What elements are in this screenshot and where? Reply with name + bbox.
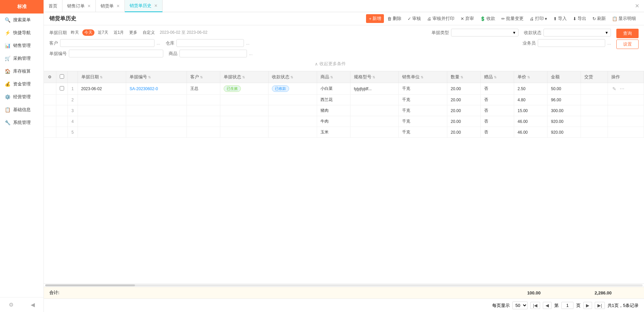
filter-settings-button[interactable]: 设置: [616, 40, 639, 49]
sidebar-settings-btn[interactable]: ⚙: [6, 300, 16, 309]
row2-checkbox[interactable]: [56, 95, 67, 105]
page-number-input[interactable]: 1: [561, 302, 573, 309]
main-content: 首页 销售订单 ✕ 销货单 ✕ 销货单历史 ✕ ✕ 销货单历史 + 新增 🗑 删…: [44, 0, 644, 312]
per-page-select[interactable]: 50: [512, 302, 528, 309]
warehouse-input[interactable]: [176, 39, 244, 47]
row1-edit-btn[interactable]: ✎: [611, 86, 617, 92]
audit-print-button[interactable]: 🖨 审核并打印: [424, 14, 457, 23]
col-unit-price[interactable]: 单价⇅: [514, 71, 548, 83]
doc-number-input[interactable]: [69, 50, 163, 57]
delete-button[interactable]: 🗑 删除: [385, 14, 404, 23]
salesperson-picker-btn[interactable]: ...: [607, 41, 611, 46]
sidebar-item-sales-mgmt[interactable]: 📊 销售管理: [0, 39, 44, 52]
payment-status-select[interactable]: ▾: [543, 29, 611, 36]
row1-checkbox[interactable]: [56, 83, 67, 95]
print-button[interactable]: 🖨 打印 ▾: [527, 14, 550, 23]
sidebar-item-label: 库存核算: [13, 68, 31, 74]
sidebar-item-finance-mgmt[interactable]: 💰 资金管理: [0, 78, 44, 90]
sidebar-collapse-btn[interactable]: ◀: [28, 300, 37, 309]
row2-gear: [44, 95, 56, 105]
collect-button[interactable]: 💲 收款: [477, 14, 498, 23]
row4-customer: [187, 116, 220, 127]
sidebar-item-operations-mgmt[interactable]: ⚙️ 经营管理: [0, 90, 44, 103]
tab-sales-history[interactable]: 销货单历史 ✕: [125, 0, 163, 12]
col-customer[interactable]: 客户⇅: [187, 71, 220, 83]
sidebar-item-inventory[interactable]: 🏠 库存核算: [0, 65, 44, 78]
row1-doc-number[interactable]: SA-20230602-0: [126, 83, 187, 95]
date-tag-1month[interactable]: 近1月: [112, 29, 126, 36]
customer-label: 客户: [49, 40, 58, 46]
tab-sales-order-close[interactable]: ✕: [87, 4, 91, 8]
doc-type-select[interactable]: ▾: [451, 29, 519, 36]
date-range-display: 2023-06-02 至 2023-06-02: [160, 30, 207, 35]
last-page-btn[interactable]: ▶|: [595, 302, 605, 309]
row2-product: 西兰花: [317, 95, 350, 105]
plus-icon: +: [369, 16, 371, 21]
next-page-btn[interactable]: ▶: [583, 302, 592, 309]
abandon-button[interactable]: ✕ 弃审: [458, 14, 477, 23]
col-gear[interactable]: ⚙: [44, 71, 56, 83]
scrollbar-thumb[interactable]: [45, 284, 135, 286]
select-all-checkbox[interactable]: [60, 74, 64, 79]
date-tag-7days[interactable]: 近7天: [96, 29, 110, 36]
col-unit[interactable]: 销售单位⇅: [399, 71, 447, 83]
date-tag-yesterday[interactable]: 昨天: [69, 29, 81, 36]
date-tag-custom[interactable]: 自定义: [141, 29, 157, 36]
prev-page-btn[interactable]: ◀: [543, 302, 552, 309]
table-area: ⚙ 单据日期⇅ 单据编号⇅ 客户⇅ 单据状态⇅ 收款状态⇅ 商品⇅ 规格型号⇅ …: [44, 71, 644, 283]
filter-group-warehouse: 仓库 ...: [166, 39, 250, 47]
row1-more-btn[interactable]: ⋯: [619, 86, 625, 92]
sidebar-item-label: 经营管理: [13, 94, 31, 100]
tab-sales-delivery[interactable]: 销货单 ✕: [96, 0, 125, 12]
export-button[interactable]: ⬇ 导出: [570, 14, 589, 23]
sidebar-item-quick-nav[interactable]: ⚡ 快捷导航: [0, 26, 44, 39]
col-checkbox[interactable]: [56, 71, 67, 83]
col-payment-status[interactable]: 收款状态⇅: [269, 71, 317, 83]
show-detail-button[interactable]: 📋 显示明细: [609, 14, 639, 23]
row2-payment-status: [269, 95, 317, 105]
tab-home[interactable]: 首页: [44, 0, 62, 12]
col-quantity[interactable]: 数量⇅: [447, 71, 481, 83]
tab-close-all[interactable]: ✕: [630, 3, 644, 9]
sidebar-item-basic-info[interactable]: 📋 基础信息: [0, 103, 44, 116]
row4-checkbox[interactable]: [56, 116, 67, 127]
refresh-button[interactable]: ↻ 刷新: [590, 14, 609, 23]
product-picker-btn[interactable]: ...: [249, 51, 253, 56]
scrollbar-track[interactable]: [45, 284, 643, 286]
customer-input[interactable]: [60, 39, 155, 47]
collapse-filter-btn[interactable]: ∧ 收起更多条件: [312, 60, 348, 68]
sidebar-item-purchase-mgmt[interactable]: 🛒 采购管理: [0, 52, 44, 65]
query-button[interactable]: 查询: [616, 29, 639, 38]
batch-change-button[interactable]: ✏ 批量变更: [499, 14, 526, 23]
col-gift[interactable]: 赠品⇅: [481, 71, 514, 83]
col-doc-status[interactable]: 单据状态⇅: [220, 71, 269, 83]
col-spec[interactable]: 规格型号⇅: [350, 71, 399, 83]
audit-button[interactable]: ✓ 审核: [405, 14, 424, 23]
customer-picker-btn[interactable]: ...: [157, 41, 160, 46]
row3-checkbox[interactable]: [56, 105, 67, 116]
date-tag-more[interactable]: 更多: [127, 29, 139, 36]
row5-checkbox[interactable]: [56, 127, 67, 138]
sidebar-item-system-mgmt[interactable]: 🔧 系统管理: [0, 116, 44, 129]
warehouse-picker-btn[interactable]: ...: [246, 41, 250, 46]
tab-sales-order[interactable]: 销售订单 ✕: [62, 0, 96, 12]
horizontal-scrollbar[interactable]: [44, 283, 644, 287]
salesperson-label: 业务员: [523, 40, 536, 46]
salesperson-input[interactable]: [538, 39, 605, 47]
row4-doc-status: [220, 116, 269, 127]
print-dropdown-icon: ▾: [545, 16, 547, 21]
row1-select[interactable]: [60, 86, 64, 90]
col-doc-date[interactable]: 单据日期⇅: [78, 71, 126, 83]
date-tag-today[interactable]: 今天: [82, 29, 94, 36]
import-button[interactable]: ⬆ 导入: [551, 14, 569, 23]
row3-quantity: 20.00: [447, 105, 481, 116]
tab-sales-delivery-close[interactable]: ✕: [116, 4, 120, 8]
col-product[interactable]: 商品⇅: [317, 71, 350, 83]
sidebar-item-search-menu[interactable]: 🔍 搜索菜单: [0, 14, 44, 26]
new-button[interactable]: + 新增: [366, 14, 384, 23]
product-input[interactable]: [179, 50, 247, 57]
tab-sales-history-close[interactable]: ✕: [154, 3, 158, 8]
tab-sales-order-label: 销售订单: [67, 3, 85, 9]
first-page-btn[interactable]: |◀: [530, 302, 540, 309]
col-doc-number[interactable]: 单据编号⇅: [126, 71, 187, 83]
